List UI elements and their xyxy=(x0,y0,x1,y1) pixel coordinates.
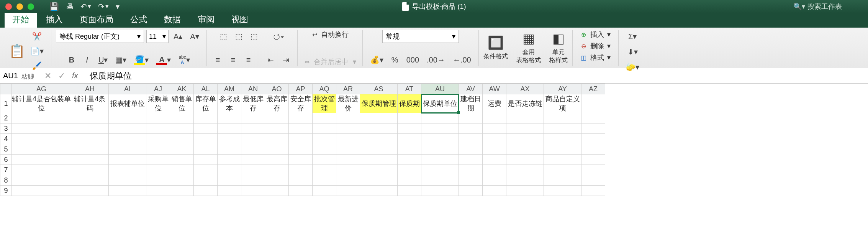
column-header-AK[interactable]: AK xyxy=(170,84,194,94)
cell[interactable] xyxy=(544,175,581,186)
currency-button[interactable]: 💰▾ xyxy=(367,53,386,66)
column-header-AX[interactable]: AX xyxy=(506,84,544,94)
cell[interactable] xyxy=(421,155,459,165)
font-color-button[interactable]: A▾ xyxy=(154,53,174,66)
row-header-2[interactable]: 2 xyxy=(0,113,12,123)
cell[interactable]: 采购单位 xyxy=(146,94,170,113)
cell[interactable] xyxy=(170,186,194,196)
cell[interactable] xyxy=(241,155,265,165)
cell[interactable] xyxy=(71,165,109,175)
cell[interactable] xyxy=(241,144,265,155)
cell[interactable]: 运费 xyxy=(483,94,506,113)
cell[interactable] xyxy=(265,144,289,155)
cell[interactable] xyxy=(421,186,459,196)
cell[interactable] xyxy=(12,175,71,186)
column-header-AP[interactable]: AP xyxy=(289,84,313,94)
row-header-8[interactable]: 8 xyxy=(0,175,12,186)
cell[interactable] xyxy=(71,144,109,155)
cell[interactable] xyxy=(170,165,194,175)
cell[interactable] xyxy=(581,144,605,155)
cell[interactable] xyxy=(398,186,421,196)
underline-button[interactable]: U▾ xyxy=(96,53,110,66)
cell[interactable] xyxy=(289,144,313,155)
cell[interactable] xyxy=(459,123,483,134)
cell[interactable] xyxy=(483,186,506,196)
cell[interactable] xyxy=(313,134,336,144)
cell[interactable] xyxy=(218,165,241,175)
cell[interactable] xyxy=(241,186,265,196)
name-box-stepper[interactable]: ▲▼ xyxy=(31,73,35,79)
cell[interactable] xyxy=(241,123,265,134)
search-box[interactable]: 🔍▾ xyxy=(793,2,861,11)
cell[interactable] xyxy=(398,165,421,175)
cell[interactable] xyxy=(336,123,360,134)
fx-icon[interactable]: fx xyxy=(72,71,78,80)
cell[interactable] xyxy=(218,123,241,134)
cell[interactable] xyxy=(360,113,398,123)
cell[interactable] xyxy=(313,186,336,196)
cell[interactable]: 最高库存 xyxy=(265,94,289,113)
align-left-button[interactable]: ≡ xyxy=(211,53,224,66)
fill-button[interactable]: ⬇▾ xyxy=(623,45,642,58)
column-header-AN[interactable]: AN xyxy=(241,84,265,94)
cell[interactable] xyxy=(265,155,289,165)
cell[interactable]: 是否走冻链 xyxy=(506,94,544,113)
cell[interactable]: 最新进价 xyxy=(336,94,360,113)
cell[interactable]: 辅计量4是否包装单位 xyxy=(12,94,71,113)
column-header-AW[interactable]: AW xyxy=(483,84,506,94)
column-header-AS[interactable]: AS xyxy=(360,84,398,94)
cell[interactable] xyxy=(146,134,170,144)
column-header-AM[interactable]: AM xyxy=(218,84,241,94)
cell[interactable] xyxy=(12,134,71,144)
cell[interactable] xyxy=(194,123,218,134)
select-all-corner[interactable] xyxy=(0,84,12,94)
cell[interactable] xyxy=(289,175,313,186)
cell[interactable] xyxy=(360,123,398,134)
tab-home[interactable]: 开始 xyxy=(5,11,37,28)
cell[interactable] xyxy=(218,175,241,186)
cell[interactable] xyxy=(194,113,218,123)
tab-insert[interactable]: 插入 xyxy=(38,11,70,28)
cell[interactable] xyxy=(289,186,313,196)
merge-center-button[interactable]: ⇔合并后居中▾ xyxy=(304,57,356,66)
decrease-decimal-button[interactable]: ←.00 xyxy=(450,53,474,66)
cell[interactable] xyxy=(71,175,109,186)
cell[interactable] xyxy=(146,165,170,175)
tab-formulas[interactable]: 公式 xyxy=(123,11,155,28)
cell[interactable] xyxy=(398,175,421,186)
cell[interactable] xyxy=(241,113,265,123)
align-right-button[interactable]: ≡ xyxy=(242,53,255,66)
column-header-AO[interactable]: AO xyxy=(265,84,289,94)
copy-button[interactable]: 📄▾ xyxy=(28,44,46,58)
cell[interactable] xyxy=(194,165,218,175)
cell[interactable] xyxy=(459,165,483,175)
cell[interactable] xyxy=(544,134,581,144)
row-header-6[interactable]: 6 xyxy=(0,155,12,165)
cell[interactable] xyxy=(289,165,313,175)
cell[interactable] xyxy=(71,155,109,165)
align-middle-button[interactable]: ⬚ xyxy=(233,30,246,43)
cell[interactable] xyxy=(421,113,459,123)
cell[interactable] xyxy=(218,113,241,123)
cell[interactable]: 批次管理 xyxy=(313,94,336,113)
percent-button[interactable]: % xyxy=(388,53,401,66)
spreadsheet-grid[interactable]: AGAHAIAJAKALAMANAOAPAQARASATAUAVAWAXAYAZ… xyxy=(0,84,868,237)
cell[interactable] xyxy=(336,165,360,175)
cell[interactable] xyxy=(12,144,71,155)
cell[interactable] xyxy=(265,113,289,123)
cell[interactable] xyxy=(336,113,360,123)
cell[interactable] xyxy=(265,186,289,196)
tab-review[interactable]: 审阅 xyxy=(190,11,222,28)
cell[interactable] xyxy=(483,175,506,186)
cell[interactable] xyxy=(194,144,218,155)
cell[interactable]: 报表辅单位 xyxy=(109,94,146,113)
cell[interactable]: 辅计量4条码 xyxy=(71,94,109,113)
cell[interactable] xyxy=(398,144,421,155)
cell[interactable] xyxy=(544,123,581,134)
cell[interactable] xyxy=(170,123,194,134)
cell[interactable] xyxy=(506,165,544,175)
print-icon[interactable]: 🖶 xyxy=(66,2,74,11)
cell[interactable] xyxy=(483,123,506,134)
cell[interactable] xyxy=(506,134,544,144)
cell[interactable] xyxy=(506,144,544,155)
